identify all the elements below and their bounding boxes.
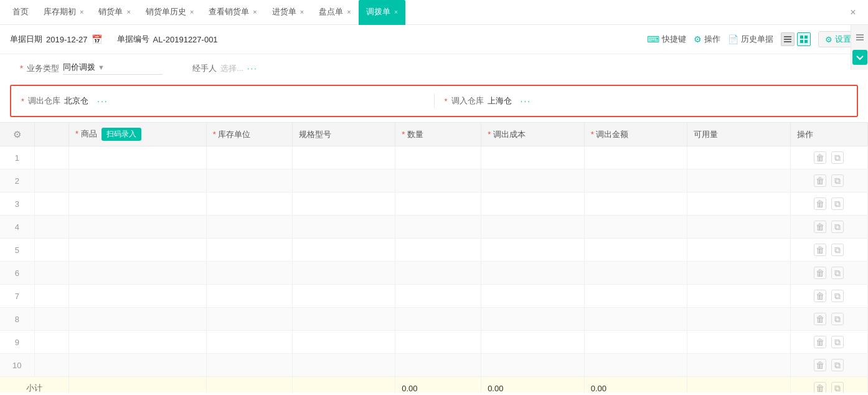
row-spec-3[interactable]	[292, 193, 395, 216]
row-spec-7[interactable]	[292, 285, 395, 308]
row-spec-5[interactable]	[292, 239, 395, 262]
row-unit-10[interactable]	[206, 354, 292, 377]
row-qty-2[interactable]	[395, 169, 481, 193]
row-cost-5[interactable]	[481, 239, 585, 262]
row-cost-8[interactable]	[481, 308, 585, 331]
row-amount-10[interactable]	[584, 354, 687, 377]
row-product-5[interactable]	[68, 239, 206, 262]
tab-inventory-check[interactable]: 盘点单 ×	[311, 0, 358, 25]
row-delete-icon-1[interactable]: 🗑	[814, 151, 826, 164]
tab-transfer-order-close[interactable]: ×	[394, 8, 398, 16]
row-cost-1[interactable]	[481, 146, 585, 169]
tab-purchase-order[interactable]: 进货单 ×	[265, 0, 311, 25]
tab-sales-order[interactable]: 销货单 ×	[91, 0, 138, 25]
person-more-icon[interactable]: ···	[247, 64, 258, 73]
tab-sales-history[interactable]: 销货单历史 ×	[138, 0, 201, 25]
row-product-8[interactable]	[68, 308, 206, 331]
tab-view-sales-close[interactable]: ×	[253, 8, 257, 16]
row-delete-icon-8[interactable]: 🗑	[814, 313, 826, 325]
row-spec-4[interactable]	[292, 216, 395, 239]
row-cost-2[interactable]	[481, 169, 585, 193]
row-amount-7[interactable]	[584, 285, 687, 308]
row-cost-3[interactable]	[481, 193, 585, 216]
row-product-4[interactable]	[68, 216, 206, 239]
row-qty-8[interactable]	[395, 308, 481, 331]
row-product-1[interactable]	[68, 146, 206, 169]
row-cost-9[interactable]	[481, 331, 585, 354]
row-qty-1[interactable]	[395, 146, 481, 169]
tab-home[interactable]: 首页	[5, 0, 36, 25]
row-unit-1[interactable]	[206, 146, 292, 169]
row-delete-icon-9[interactable]: 🗑	[814, 336, 826, 348]
warehouse-in-more[interactable]: ···	[516, 96, 537, 106]
row-spec-6[interactable]	[292, 262, 395, 285]
row-unit-7[interactable]	[206, 285, 292, 308]
shortcut-action[interactable]: ⌨ 快捷键	[647, 34, 686, 45]
scan-button[interactable]: 扫码录入	[101, 128, 141, 141]
row-unit-6[interactable]	[206, 262, 292, 285]
tab-inventory-init-close[interactable]: ×	[80, 8, 83, 16]
sidebar-list-icon[interactable]	[852, 30, 867, 45]
tab-sales-history-close[interactable]: ×	[190, 8, 194, 16]
window-close-button[interactable]: ×	[843, 2, 863, 22]
row-cost-10[interactable]	[481, 354, 585, 377]
history-action[interactable]: 📄 历史单据	[728, 34, 773, 45]
row-qty-9[interactable]	[395, 331, 481, 354]
row-delete-icon-4[interactable]: 🗑	[814, 221, 826, 233]
warehouse-out-more[interactable]: ···	[92, 96, 113, 106]
row-unit-4[interactable]	[206, 216, 292, 239]
row-delete-icon-5[interactable]: 🗑	[814, 244, 826, 256]
row-cost-7[interactable]	[481, 285, 585, 308]
row-copy-icon-7[interactable]: ⧉	[831, 290, 844, 302]
row-qty-4[interactable]	[395, 216, 481, 239]
row-copy-icon-4[interactable]: ⧉	[831, 221, 844, 233]
row-product-7[interactable]	[68, 285, 206, 308]
row-unit-9[interactable]	[206, 331, 292, 354]
row-delete-icon-7[interactable]: 🗑	[814, 290, 826, 302]
row-delete-icon-2[interactable]: 🗑	[814, 174, 826, 187]
row-amount-3[interactable]	[584, 193, 687, 216]
row-copy-icon-1[interactable]: ⧉	[831, 151, 844, 164]
row-delete-icon-10[interactable]: 🗑	[814, 359, 826, 371]
row-product-9[interactable]	[68, 331, 206, 354]
row-amount-9[interactable]	[584, 331, 687, 354]
row-qty-10[interactable]	[395, 354, 481, 377]
tab-inventory-check-close[interactable]: ×	[347, 8, 351, 16]
tab-purchase-order-close[interactable]: ×	[300, 8, 304, 16]
row-product-2[interactable]	[68, 169, 206, 193]
row-spec-9[interactable]	[292, 331, 395, 354]
row-cost-6[interactable]	[481, 262, 585, 285]
row-cost-4[interactable]	[481, 216, 585, 239]
row-copy-icon-8[interactable]: ⧉	[831, 313, 844, 325]
row-delete-icon-3[interactable]: 🗑	[814, 198, 826, 210]
row-copy-icon-2[interactable]: ⧉	[831, 174, 844, 187]
row-spec-10[interactable]	[292, 354, 395, 377]
row-copy-icon-3[interactable]: ⧉	[831, 198, 844, 210]
row-unit-2[interactable]	[206, 169, 292, 193]
table-scroll-area[interactable]: ⚙ * 商品 扫码录入 * 库存单位 规格型号	[0, 122, 868, 393]
row-amount-5[interactable]	[584, 239, 687, 262]
subtotal-copy-icon[interactable]: ⧉	[831, 382, 844, 393]
row-amount-1[interactable]	[584, 146, 687, 169]
row-copy-icon-9[interactable]: ⧉	[831, 336, 844, 348]
row-qty-7[interactable]	[395, 285, 481, 308]
row-spec-1[interactable]	[292, 146, 395, 169]
row-amount-8[interactable]	[584, 308, 687, 331]
row-amount-2[interactable]	[584, 169, 687, 193]
row-amount-4[interactable]	[584, 216, 687, 239]
row-product-6[interactable]	[68, 262, 206, 285]
biz-type-select[interactable]: 同价调拨 ▼	[63, 62, 163, 75]
row-qty-6[interactable]	[395, 262, 481, 285]
row-unit-5[interactable]	[206, 239, 292, 262]
tab-inventory-init[interactable]: 库存期初 ×	[36, 0, 91, 25]
row-copy-icon-6[interactable]: ⧉	[831, 267, 844, 279]
calendar-icon[interactable]: 📅	[92, 34, 102, 44]
view-toggle-list[interactable]	[781, 32, 795, 46]
row-unit-3[interactable]	[206, 193, 292, 216]
row-copy-icon-5[interactable]: ⧉	[831, 244, 844, 256]
row-delete-icon-6[interactable]: 🗑	[814, 267, 826, 279]
view-toggle-grid[interactable]	[797, 32, 811, 46]
subtotal-delete-icon[interactable]: 🗑	[814, 382, 826, 393]
tab-view-sales[interactable]: 查看销货单 ×	[201, 0, 264, 25]
row-amount-6[interactable]	[584, 262, 687, 285]
